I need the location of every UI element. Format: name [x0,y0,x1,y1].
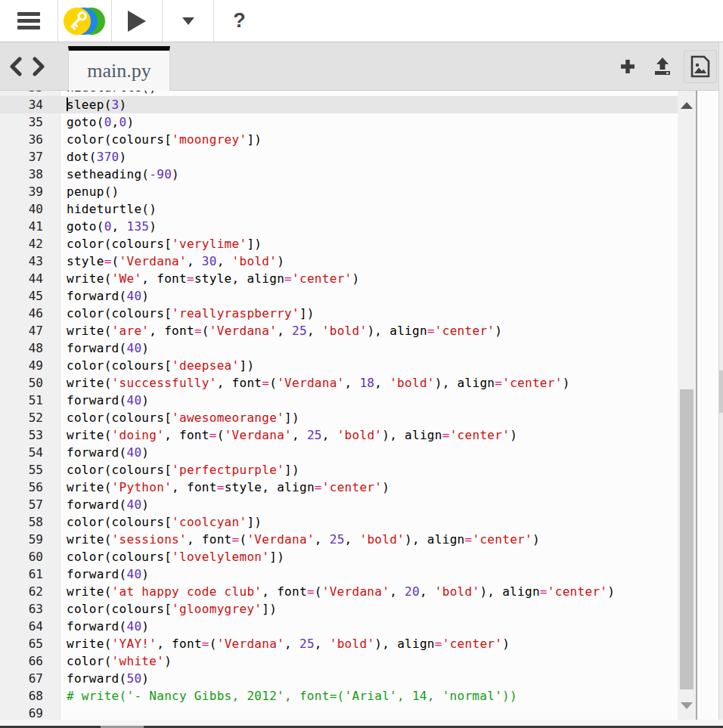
code-text: hideturtle() [61,200,157,218]
code-line[interactable]: 34sleep(3) [0,96,697,113]
code-text: forward(50) [61,670,149,687]
code-line[interactable]: 69 [0,705,697,720]
run-options-button[interactable] [163,0,214,42]
trinket-key-button[interactable] [58,0,112,42]
code-text: style=('Verdana', 30, 'bold') [61,252,284,270]
code-line[interactable]: 36color(colours['moongrey']) [0,131,697,148]
code-line[interactable]: 66color('white') [0,652,697,670]
dropdown-caret-icon [182,17,194,25]
line-number: 45 [0,287,61,305]
line-number: 68 [0,687,61,705]
code-line[interactable]: 65write('YAY!', font=('Verdana', 25, 'bo… [0,635,697,652]
code-text: forward(40) [61,392,149,409]
prev-file-button[interactable] [8,56,24,77]
tab-main-py[interactable]: main.py [68,46,170,91]
code-line[interactable]: 46color(colours['reallyraspberry']) [0,305,697,322]
next-file-button[interactable] [30,56,47,77]
code-text: color(colours['perfectpurple']) [61,461,299,479]
code-line[interactable]: 51forward(40) [0,392,697,409]
code-text: # write('- Nancy Gibbs, 2012', font=('Ar… [61,687,517,705]
code-line[interactable]: 68# write('- Nancy Gibbs, 2012', font=('… [0,687,697,705]
code-text: write('at happy code club', font=('Verda… [61,583,615,600]
line-number: 62 [0,583,61,600]
code-text: dot(370) [61,148,126,166]
line-number: 57 [0,496,61,513]
code-line[interactable]: 52color(colours['awesomeorange']) [0,409,697,426]
run-icon [128,11,146,32]
code-line[interactable]: 57forward(40) [0,496,697,513]
code-text: hideturtle() [61,91,157,96]
code-text: write('Python', font=style, align='cente… [61,479,389,496]
code-line[interactable]: 54forward(40) [0,444,697,461]
code-line[interactable]: 41goto(0, 135) [0,218,697,235]
code-line[interactable]: 59write('sessions', font=('Verdana', 25,… [0,531,697,548]
code-line[interactable]: 64forward(40) [0,618,697,635]
code-line[interactable]: 43style=('Verdana', 30, 'bold') [0,252,697,270]
code-line[interactable]: 44write('We', font=style, align='center'… [0,270,697,287]
line-number: 49 [0,357,61,374]
code-text: setheading(-90) [61,166,179,183]
code-line[interactable]: 33hideturtle() [0,91,697,96]
code-line[interactable]: 45forward(40) [0,287,697,305]
line-number: 36 [0,131,61,148]
code-line[interactable]: 40hideturtle() [0,200,697,218]
code-line[interactable]: 37dot(370) [0,148,697,166]
line-number: 65 [0,635,61,652]
code-line[interactable]: 42color(colours['verylime']) [0,235,697,252]
code-text: sleep(3) [61,96,126,113]
line-number: 51 [0,392,61,409]
add-file-button[interactable] [614,51,641,82]
bottom-panel-edge [0,720,723,728]
code-line[interactable]: 35goto(0,0) [0,113,697,131]
line-number: 33 [0,91,61,96]
code-line[interactable]: 50write('successfully', font=('Verdana',… [0,374,697,392]
help-icon: ? [233,9,246,33]
code-editor[interactable]: 33hideturtle()34sleep(3)35goto(0,0)36col… [0,91,723,720]
code-line[interactable]: 58color(colours['coolcyan']) [0,513,697,531]
code-line[interactable]: 67forward(50) [0,670,697,687]
code-line[interactable]: 63color(colours['gloomygrey']) [0,600,697,618]
code-text: color(colours['lovelylemon']) [61,548,284,565]
menu-button[interactable] [0,0,58,42]
code-line[interactable]: 56write('Python', font=style, align='cen… [0,479,697,496]
code-text: goto(0, 135) [61,218,157,235]
line-number: 43 [0,252,61,270]
code-text: forward(40) [61,618,149,635]
code-line[interactable]: 39penup() [0,183,697,200]
code-line[interactable]: 47write('are', font=('Verdana', 25, 'bol… [0,322,697,339]
code-text: write('sessions', font=('Verdana', 25, '… [61,531,540,548]
editor-scrollbar[interactable] [678,91,697,720]
image-library-button[interactable] [684,50,717,83]
line-number: 39 [0,183,61,200]
trinket-key-icon [61,4,109,39]
page-scrollbar[interactable] [718,42,723,728]
code-text: color(colours['verylime']) [61,235,262,252]
code-line[interactable]: 49color(colours['deepsea']) [0,357,697,374]
code-line[interactable]: 60color(colours['lovelylemon']) [0,548,697,565]
help-button[interactable]: ? [214,0,265,42]
upload-button[interactable] [649,51,676,82]
code-text: forward(40) [61,444,149,461]
code-text: write('successfully', font=('Verdana', 1… [61,374,570,392]
scroll-up-button[interactable] [678,95,696,115]
code-line[interactable]: 53write('doing', font=('Verdana', 25, 'b… [0,426,697,444]
code-text: write('are', font=('Verdana', 25, 'bold'… [61,322,502,339]
code-text [61,705,67,720]
line-number: 50 [0,374,61,392]
code-area: 33hideturtle()34sleep(3)35goto(0,0)36col… [0,91,697,720]
scroll-down-button[interactable] [678,695,696,715]
code-line[interactable]: 48forward(40) [0,339,697,357]
line-number: 46 [0,305,61,322]
code-line[interactable]: 61forward(40) [0,565,697,583]
code-text: color(colours['awesomeorange']) [61,409,299,426]
scrollbar-thumb[interactable] [680,389,694,689]
code-line[interactable]: 62write('at happy code club', font=('Ver… [0,583,697,600]
code-line[interactable]: 55color(colours['perfectpurple']) [0,461,697,479]
code-text: color(colours['deepsea']) [61,357,254,374]
line-number: 60 [0,548,61,565]
code-line[interactable]: 38setheading(-90) [0,166,697,183]
tab-label: main.py [87,60,151,82]
run-button[interactable] [112,0,163,42]
page-scrollbar-thumb[interactable] [719,370,723,413]
code-text: forward(40) [61,339,149,357]
